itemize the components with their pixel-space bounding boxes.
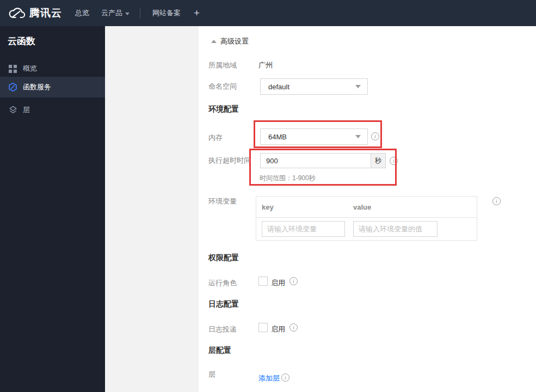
advanced-settings-label: 高级设置 [220, 36, 249, 46]
region-value: 广州 [258, 60, 273, 70]
memory-selected-value: 64MB [268, 133, 287, 141]
cloud-logo-icon [9, 7, 25, 20]
topnav-cloud-products[interactable]: 云产品 [101, 0, 130, 26]
log-shipping-enable-label: 启用 [271, 324, 285, 334]
run-role-info-icon[interactable]: i [289, 277, 298, 285]
run-role-checkbox[interactable] [258, 277, 268, 286]
tencent-cloud-logo[interactable]: 腾讯云 [9, 0, 62, 26]
topnav-add-button[interactable]: + [194, 0, 200, 26]
chevron-down-icon [125, 13, 130, 15]
sidebar-item-label: 函数服务 [23, 82, 51, 92]
sidebar-item-overview[interactable]: 概览 [0, 58, 105, 79]
env-key-input[interactable] [262, 221, 345, 237]
function-config-form: 高级设置 所属地域 广州 命名空间 default 环境配置 内存 64MB i… [199, 26, 536, 392]
log-section-title: 日志配置 [208, 299, 239, 309]
timeout-input[interactable] [260, 153, 371, 168]
chevron-down-icon [355, 85, 361, 88]
sidebar-item-function-service[interactable]: 函数服务 [0, 77, 105, 97]
namespace-select[interactable]: default [260, 78, 368, 95]
namespace-selected-value: default [268, 83, 289, 91]
layer-section-title: 层配置 [208, 346, 231, 356]
log-shipping-checkbox[interactable] [258, 323, 268, 332]
env-value-header: value [353, 203, 371, 211]
env-vars-input-row [256, 218, 477, 240]
function-service-hexagon-icon [8, 83, 17, 92]
timeout-unit-addon[interactable]: 秒 [371, 153, 386, 168]
run-role-enable-label: 启用 [271, 278, 285, 288]
run-role-label: 运行角色 [208, 278, 237, 288]
advanced-settings-toggle[interactable]: 高级设置 [211, 36, 249, 46]
log-shipping-label: 日志投递 [208, 324, 237, 334]
sidebar-item-layers[interactable]: 层 [0, 100, 105, 120]
region-label: 所属地域 [208, 60, 237, 70]
topnav-website-record[interactable]: 网站备案 [152, 0, 181, 26]
env-vars-header-row: key value [256, 197, 477, 218]
triangle-up-icon [211, 40, 217, 43]
timeout-label: 执行超时时间 [208, 156, 251, 166]
namespace-label: 命名空间 [208, 82, 237, 91]
layer-info-icon[interactable]: i [281, 373, 289, 382]
timeout-info-icon[interactable]: i [390, 157, 398, 165]
add-layer-link[interactable]: 添加层 [258, 373, 280, 383]
layers-icon [8, 106, 17, 115]
topbar: 腾讯云 总览 云产品 网站备案 + [0, 0, 536, 26]
timeout-range-hint: 时间范围：1-900秒 [260, 174, 316, 183]
permission-section-title: 权限配置 [208, 253, 239, 263]
topnav-overview[interactable]: 总览 [75, 0, 89, 26]
env-vars-info-icon[interactable]: i [492, 197, 501, 205]
sidebar-item-label: 层 [23, 105, 30, 115]
env-value-input[interactable] [353, 221, 438, 237]
sidebar-title: 云函数 [8, 35, 35, 47]
chevron-down-icon [355, 135, 361, 138]
layer-label: 层 [208, 370, 215, 379]
secondary-panel [105, 26, 199, 392]
env-vars-label: 环境变量 [208, 197, 237, 206]
memory-select[interactable]: 64MB [260, 128, 368, 145]
log-shipping-info-icon[interactable]: i [289, 323, 298, 332]
sidebar-item-label: 概览 [23, 64, 37, 74]
env-key-header: key [262, 203, 353, 211]
sidebar: 云函数 概览 函数服务 层 [0, 26, 105, 392]
env-config-section-title: 环境配置 [208, 105, 239, 114]
env-vars-table: key value [256, 196, 477, 241]
plus-icon: + [194, 7, 200, 19]
memory-label: 内存 [208, 133, 223, 143]
overview-grid-icon [8, 64, 17, 74]
brand-name: 腾讯云 [29, 6, 62, 20]
topnav-divider [140, 8, 140, 19]
memory-info-icon[interactable]: i [371, 132, 379, 140]
